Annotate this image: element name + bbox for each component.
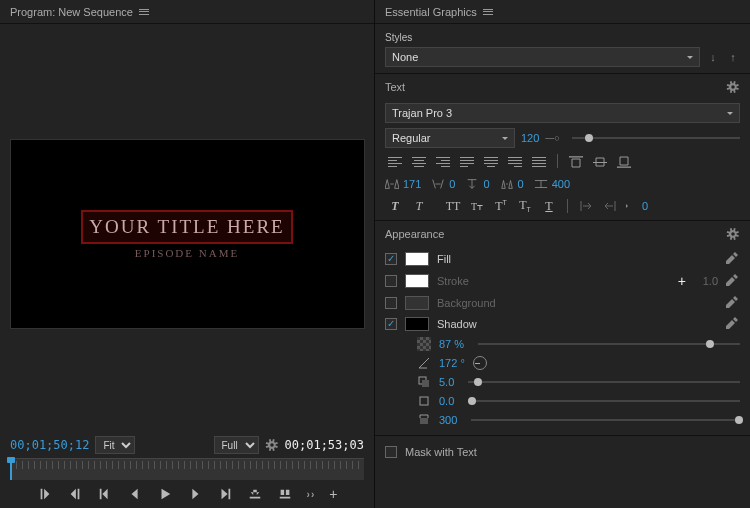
add-stroke-button[interactable]: + <box>678 273 686 289</box>
text-align-middle-button[interactable] <box>590 154 610 170</box>
current-timecode[interactable]: 00;01;50;12 <box>10 438 89 452</box>
underline-button[interactable]: T <box>539 199 559 214</box>
stroke-checkbox[interactable] <box>385 275 397 287</box>
step-back-button[interactable] <box>127 486 143 502</box>
title-selection-box[interactable]: YOUR TITLE HERE <box>81 210 292 244</box>
mask-with-text-checkbox[interactable] <box>385 446 397 458</box>
mark-out-button[interactable] <box>67 486 83 502</box>
shadow-opacity-icon <box>417 337 431 351</box>
shadow-opacity-slider[interactable] <box>478 343 740 345</box>
stroke-eyedropper-icon[interactable] <box>726 274 740 288</box>
tsume-control[interactable]: 0 <box>500 178 524 190</box>
background-label: Background <box>437 297 718 309</box>
svg-rect-3 <box>420 418 428 424</box>
justify-last-left-button[interactable] <box>457 154 477 170</box>
font-size-value[interactable]: 120 <box>521 132 539 144</box>
kerning-control[interactable]: 0 <box>431 178 455 190</box>
shadow-distance-slider[interactable] <box>468 381 740 383</box>
video-canvas: YOUR TITLE HERE EPISODE NAME <box>10 139 365 329</box>
fill-color-swatch[interactable] <box>405 252 429 266</box>
shadow-blur-value[interactable]: 300 <box>439 414 457 426</box>
settings-icon[interactable] <box>265 438 279 452</box>
font-size-slider[interactable] <box>572 137 740 139</box>
text-align-top-button[interactable] <box>566 154 586 170</box>
program-panel-title: Program: New Sequence <box>10 6 133 18</box>
subtitle-text[interactable]: EPISODE NAME <box>135 247 239 259</box>
faux-bold-button[interactable]: T <box>385 199 405 214</box>
mark-in-button[interactable] <box>37 486 53 502</box>
program-monitor[interactable]: YOUR TITLE HERE EPISODE NAME <box>0 24 374 432</box>
background-eyedropper-icon[interactable] <box>726 296 740 310</box>
shadow-distance-value[interactable]: 5.0 <box>439 376 454 388</box>
lift-button[interactable] <box>247 486 263 502</box>
all-caps-button[interactable]: TT <box>443 199 463 214</box>
align-right-button[interactable] <box>433 154 453 170</box>
mask-with-text-label: Mask with Text <box>405 446 477 458</box>
shadow-distance-icon <box>417 375 431 389</box>
fill-checkbox[interactable] <box>385 253 397 265</box>
text-section-label: Text <box>385 81 405 93</box>
push-style-up-icon[interactable]: ↑ <box>726 50 740 64</box>
text-settings-icon[interactable] <box>726 80 740 94</box>
small-caps-button[interactable]: Tᴛ <box>467 201 487 212</box>
quality-select[interactable]: Full <box>214 436 259 454</box>
shadow-angle-value[interactable]: 172 ° <box>439 357 465 369</box>
shadow-blur-icon <box>417 413 431 427</box>
playhead[interactable] <box>10 459 12 480</box>
push-style-down-icon[interactable]: ↓ <box>706 50 720 64</box>
align-center-button[interactable] <box>409 154 429 170</box>
shadow-color-swatch[interactable] <box>405 317 429 331</box>
leading-control[interactable]: 400 <box>534 178 570 190</box>
text-align-bottom-button[interactable] <box>614 154 634 170</box>
fill-label: Fill <box>437 253 718 265</box>
shadow-eyedropper-icon[interactable] <box>726 317 740 331</box>
program-panel-menu-icon[interactable] <box>139 9 149 15</box>
go-to-out-button[interactable] <box>217 486 233 502</box>
indent-control[interactable]: 0 <box>624 200 648 212</box>
background-checkbox[interactable] <box>385 297 397 309</box>
total-timecode: 00;01;53;03 <box>285 438 364 452</box>
eg-panel-menu-icon[interactable] <box>483 9 493 15</box>
appearance-settings-icon[interactable] <box>726 227 740 241</box>
justify-last-center-button[interactable] <box>481 154 501 170</box>
stroke-label: Stroke <box>437 275 670 287</box>
step-forward-button[interactable] <box>187 486 203 502</box>
align-left-button[interactable] <box>385 154 405 170</box>
appearance-section-label: Appearance <box>385 228 444 240</box>
shadow-angle-dial[interactable] <box>473 356 487 370</box>
shadow-label: Shadow <box>437 318 718 330</box>
font-weight-dropdown[interactable]: Regular <box>385 128 515 148</box>
tab-ltr-icon[interactable] <box>576 198 596 214</box>
tab-rtl-icon[interactable] <box>600 198 620 214</box>
background-color-swatch[interactable] <box>405 296 429 310</box>
go-to-in-button[interactable] <box>97 486 113 502</box>
title-text[interactable]: YOUR TITLE HERE <box>89 216 284 238</box>
stroke-width-value[interactable]: 1.0 <box>694 275 718 287</box>
stroke-color-swatch[interactable] <box>405 274 429 288</box>
superscript-button[interactable]: TT <box>491 199 511 214</box>
svg-rect-1 <box>422 380 429 387</box>
extract-button[interactable] <box>277 486 293 502</box>
transport-more-icon[interactable]: ›› <box>307 489 316 500</box>
shadow-size-slider[interactable] <box>468 400 740 402</box>
add-marker-button[interactable]: + <box>329 486 337 502</box>
styles-section-label: Styles <box>375 24 750 47</box>
font-family-dropdown[interactable]: Trajan Pro 3 <box>385 103 740 123</box>
fill-eyedropper-icon[interactable] <box>726 252 740 266</box>
shadow-blur-slider[interactable] <box>471 419 740 421</box>
styles-dropdown[interactable]: None <box>385 47 700 67</box>
shadow-size-value[interactable]: 0.0 <box>439 395 454 407</box>
justify-last-right-button[interactable] <box>505 154 525 170</box>
eg-panel-title: Essential Graphics <box>385 6 477 18</box>
tracking-control[interactable]: 171 <box>385 178 421 190</box>
shadow-checkbox[interactable] <box>385 318 397 330</box>
faux-italic-button[interactable]: T <box>409 199 429 214</box>
baseline-shift-control[interactable]: 0 <box>465 178 489 190</box>
justify-all-button[interactable] <box>529 154 549 170</box>
time-ruler[interactable] <box>10 458 364 480</box>
shadow-angle-icon <box>417 356 431 370</box>
zoom-select[interactable]: Fit <box>95 436 135 454</box>
subscript-button[interactable]: TT <box>515 198 535 213</box>
shadow-opacity-value[interactable]: 87 % <box>439 338 464 350</box>
play-button[interactable] <box>157 486 173 502</box>
